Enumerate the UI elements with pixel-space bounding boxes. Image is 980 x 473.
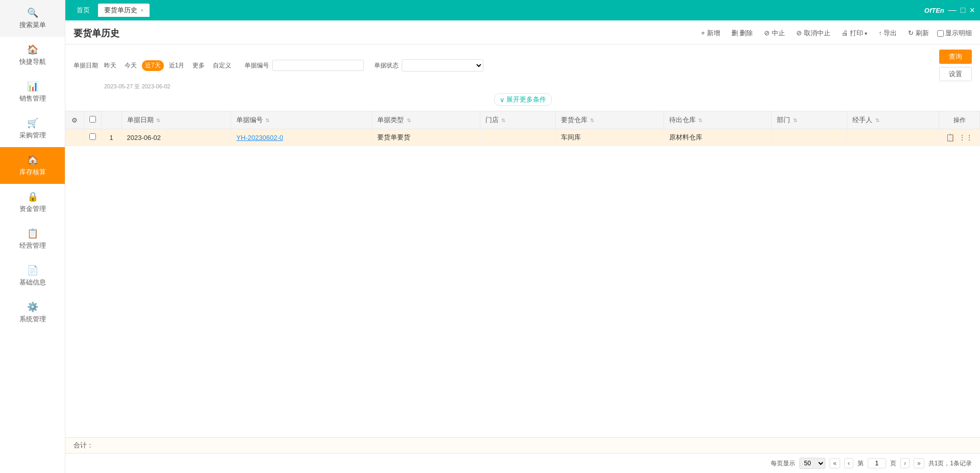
sidebar-item-search-menu[interactable]: 🔍 搜索菜单 xyxy=(0,0,65,37)
display-detail-checkbox[interactable] xyxy=(937,30,944,37)
display-detail-toggle[interactable]: 显示明细 xyxy=(937,29,972,38)
sort-icon[interactable]: ⇅ xyxy=(590,117,594,123)
tab-home-label: 首页 xyxy=(77,6,90,15)
row-edit-icon[interactable]: 📋 xyxy=(946,133,954,141)
total-info: 共1页，1条记录 xyxy=(928,459,972,468)
settings-icon[interactable]: ⚙ xyxy=(71,116,78,124)
col-store: 门店 ⇅ xyxy=(480,111,556,129)
print-btn-label: 🖨 打印 xyxy=(842,29,864,38)
stop-button[interactable]: ⊘ 中止 xyxy=(761,27,788,40)
tab-active[interactable]: 要货单历史 × xyxy=(98,4,150,17)
next-page-button[interactable]: › xyxy=(900,458,910,468)
refresh-button[interactable]: ↻ 刷新 xyxy=(905,27,932,40)
filter-settings-button[interactable]: 设置 xyxy=(939,67,972,81)
inventory-icon: 🏠 xyxy=(27,154,38,165)
close-btn[interactable]: × xyxy=(969,5,975,16)
sort-icon[interactable]: ⇅ xyxy=(875,117,879,123)
row-doc-date: 2023-06-02 xyxy=(127,134,161,141)
toolbar: + 新增 删 删除 ⊘ 中止 ⊘ 取消中止 🖨 打印 ▾ ↑ 导出 xyxy=(698,27,972,40)
stop-btn-label: ⊘ 中止 xyxy=(764,29,785,38)
select-all-checkbox[interactable] xyxy=(89,116,96,123)
date-btn-1month[interactable]: 近1月 xyxy=(166,60,188,71)
date-btn-7days[interactable]: 近7天 xyxy=(142,60,164,71)
query-button[interactable]: 查询 xyxy=(939,50,972,64)
delete-button[interactable]: 删 删除 xyxy=(728,27,756,40)
maximize-btn[interactable]: □ xyxy=(961,6,966,15)
home-icon: 🏠 xyxy=(27,44,38,55)
close-tab-icon[interactable]: × xyxy=(140,7,143,13)
brand-label: OfTEn xyxy=(924,7,944,14)
date-btn-custom[interactable]: 自定义 xyxy=(210,60,234,71)
row-num-cell: 1 xyxy=(101,129,121,146)
col-operations: 操作 xyxy=(939,111,980,129)
sidebar-item-label: 搜索菜单 xyxy=(19,20,46,30)
page-number-input[interactable] xyxy=(868,458,886,468)
sort-icon[interactable]: ⇅ xyxy=(407,117,411,123)
col-doc-number-label: 单据编号 xyxy=(236,116,263,124)
refresh-btn-label: ↻ 刷新 xyxy=(908,29,929,38)
doc-status-select[interactable] xyxy=(402,59,483,72)
export-button[interactable]: ↑ 导出 xyxy=(875,27,900,40)
row-department-cell xyxy=(772,129,847,146)
col-doc-type: 单据类型 ⇅ xyxy=(372,111,480,129)
sort-icon[interactable]: ⇅ xyxy=(501,117,505,123)
sidebar-item-label: 系统管理 xyxy=(19,315,46,324)
sidebar-item-sys-mgmt[interactable]: ⚙️ 系统管理 xyxy=(0,294,65,331)
clipboard-icon: 📋 xyxy=(27,228,38,239)
main-content: 首页 要货单历史 × OfTEn — □ × 要货单历史 + 新增 删 删除 xyxy=(65,0,980,473)
sort-icon[interactable]: ⇅ xyxy=(793,117,797,123)
row-more-icon[interactable]: ⋮⋮ xyxy=(959,133,973,141)
date-btn-more[interactable]: 更多 xyxy=(189,60,208,71)
sidebar-item-sales-mgmt[interactable]: 📊 销售管理 xyxy=(0,74,65,110)
sidebar-item-finance-mgmt[interactable]: 🔒 资金管理 xyxy=(0,184,65,221)
delete-btn-label: 删 删除 xyxy=(731,29,753,38)
doc-icon: 📄 xyxy=(27,265,38,276)
print-button[interactable]: 🖨 打印 ▾ xyxy=(839,27,871,40)
col-handler-label: 经手人 xyxy=(852,116,872,124)
prev-page-button[interactable]: ‹ xyxy=(844,458,853,468)
first-page-button[interactable]: « xyxy=(829,458,840,468)
sidebar-item-inventory[interactable]: 🏠 库存核算 xyxy=(0,147,65,184)
doc-status-filter-group: 单据状态 xyxy=(374,59,483,72)
sidebar-item-ops-mgmt[interactable]: 📋 经营管理 xyxy=(0,221,65,257)
table-header-row: ⚙ 单据日期 ⇅ 单据编号 ⇅ xyxy=(65,111,980,129)
sidebar-item-label: 资金管理 xyxy=(19,204,46,214)
per-page-label: 每页显示 xyxy=(771,459,795,468)
sort-icon[interactable]: ⇅ xyxy=(265,117,270,123)
col-doc-date: 单据日期 ⇅ xyxy=(121,111,231,129)
row-pending-warehouse: 原材料仓库 xyxy=(669,133,702,141)
col-department: 部门 ⇅ xyxy=(772,111,847,129)
col-pending-warehouse: 待出仓库 ⇅ xyxy=(664,111,772,129)
last-page-button[interactable]: » xyxy=(914,458,924,468)
sort-icon[interactable]: ⇅ xyxy=(156,117,160,123)
minimize-btn[interactable]: — xyxy=(948,6,957,15)
row-checkbox[interactable] xyxy=(89,133,96,140)
new-btn-label: + 新增 xyxy=(701,29,720,38)
per-page-select[interactable]: 50 100 200 xyxy=(799,458,825,469)
sidebar-item-quick-nav[interactable]: 🏠 快捷导航 xyxy=(0,37,65,74)
footer-summary: 合计： xyxy=(65,437,980,453)
doc-number-input[interactable] xyxy=(272,60,364,71)
cancel-stop-button[interactable]: ⊘ 取消中止 xyxy=(793,27,834,40)
new-button[interactable]: + 新增 xyxy=(698,27,723,40)
row-req-warehouse: 车间库 xyxy=(561,133,581,141)
row-doc-number-link[interactable]: YH-20230602-0 xyxy=(236,134,283,141)
chevron-down-icon: ▾ xyxy=(865,31,867,36)
date-btn-today[interactable]: 今天 xyxy=(121,60,140,71)
sidebar-item-purchase-mgmt[interactable]: 🛒 采购管理 xyxy=(0,110,65,147)
row-store-cell xyxy=(480,129,556,146)
search-icon: 🔍 xyxy=(27,7,38,18)
tab-home[interactable]: 首页 xyxy=(70,4,96,17)
sidebar-item-label: 采购管理 xyxy=(19,131,46,140)
topbar-right: OfTEn — □ × xyxy=(924,5,975,16)
row-doc-type-cell: 要货单要货 xyxy=(372,129,480,146)
date-filter-group: 单据日期 昨天 今天 近7天 近1月 更多 自定义 xyxy=(74,60,234,71)
col-req-warehouse: 要货仓库 ⇅ xyxy=(556,111,664,129)
sidebar-item-basic-info[interactable]: 📄 基础信息 xyxy=(0,257,65,294)
expand-button[interactable]: ∨ 展开更多条件 xyxy=(494,93,552,106)
col-department-label: 部门 xyxy=(777,116,790,124)
date-btn-yesterday[interactable]: 昨天 xyxy=(101,60,119,71)
col-doc-number: 单据编号 ⇅ xyxy=(231,111,372,129)
col-checkbox xyxy=(84,111,101,129)
sort-icon[interactable]: ⇅ xyxy=(698,117,702,123)
